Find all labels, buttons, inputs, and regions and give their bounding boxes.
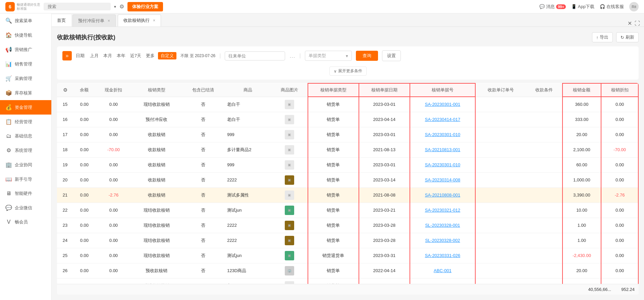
partner-input[interactable] <box>225 51 285 60</box>
row-goods: 2222 <box>224 233 271 248</box>
top-bar-right: 💬 消息 99+ 📱 App下载 🎧 在线客服 Rit <box>539 2 639 11</box>
row-receipt-order <box>475 97 526 112</box>
row-goods-img: ▣ <box>271 127 308 142</box>
online-service-item[interactable]: 🎧 在线客服 <box>600 4 624 10</box>
this-month-btn[interactable]: 本月 <box>102 52 113 59</box>
app-download-item[interactable]: 📱 App下载 <box>571 4 594 10</box>
row-goods: 衣服00001 <box>224 278 271 284</box>
row-writeoff-type: 预付冲应收 <box>131 112 181 127</box>
this-year-btn[interactable]: 本年 <box>115 52 127 59</box>
row-goods-img: ▣ <box>271 278 308 284</box>
data-table: ⚙ 余额 现金折扣 核销类型 包含已结清 商品 商品图片 核销单据类型 核销单据… <box>57 83 639 284</box>
row-bill-date: 2023-04-14 <box>359 112 410 127</box>
tab-prepay-close[interactable]: × <box>108 18 110 23</box>
sidebar-item-guide[interactable]: 📖 新手引导 <box>0 172 51 186</box>
row-bill-no[interactable]: SA-20230331-026 <box>410 248 475 263</box>
sidebar-item-label: 销售管理 <box>15 61 32 67</box>
tab-bar: 首页 预付冲应付单 × 收款核销执行 × ✕ ⛶ <box>52 13 644 27</box>
row-bill-no[interactable]: SA-20230321-012 <box>410 203 475 218</box>
sidebar-item-search[interactable]: 🔍 搜索菜单 <box>0 13 51 28</box>
row-include-settled: 否 <box>181 127 224 142</box>
filter-settings-button[interactable]: 设置 <box>382 50 401 61</box>
row-balance: 0.00 <box>73 263 95 278</box>
row-bill-no[interactable]: SA-20230301-010 <box>410 127 475 142</box>
guide-icon: 📖 <box>5 176 12 182</box>
table-container[interactable]: ⚙ 余额 现金折扣 核销类型 包含已结清 商品 商品图片 核销单据类型 核销单据… <box>57 83 639 284</box>
sidebar-item-hardware[interactable]: 🖥 智能硬件 <box>0 186 51 201</box>
sidebar-item-label: 搜索菜单 <box>15 18 32 24</box>
sidebar-item-basicinfo[interactable]: 🗂 基础信息 <box>0 129 51 143</box>
tab-home[interactable]: 首页 <box>52 14 71 27</box>
basicinfo-icon: 🗂 <box>5 133 12 139</box>
sidebar-item-operations[interactable]: 📋 经营管理 <box>0 115 51 129</box>
row-bill-no[interactable]: SA-20230314-008 <box>410 172 475 187</box>
sidebar-item-marketing[interactable]: 📢 营销推广 <box>0 42 51 57</box>
trial-button[interactable]: 体验行业方案 <box>127 2 163 11</box>
row-include-settled: 否 <box>181 142 224 157</box>
more-btn[interactable]: 更多 <box>145 52 156 59</box>
sidebar-item-finance[interactable]: 💰 资金管理 <box>0 100 51 115</box>
close-tab-btn[interactable]: ✕ <box>628 20 632 27</box>
expand-more-btn[interactable]: ∨ 展开更多条件 <box>329 67 367 76</box>
sidebar-item-purchase[interactable]: 🛒 采购管理 <box>0 71 51 86</box>
col-settings[interactable]: ⚙ <box>57 83 73 97</box>
col-receipt-order: 收款单订单号 <box>475 83 526 97</box>
last-month-btn[interactable]: 上月 <box>89 52 100 59</box>
sidebar-item-wechat[interactable]: 💬 企业微信 <box>0 201 51 215</box>
row-goods: 2222 <box>224 218 271 233</box>
row-bill-no[interactable]: SA-20210813-001 <box>410 142 475 157</box>
avatar[interactable]: Rit <box>629 2 639 11</box>
refresh-button[interactable]: ↻ 刷新 <box>616 32 639 42</box>
row-writeoff-type: 现结收款核销 <box>131 203 181 218</box>
sidebar-item-inventory[interactable]: 📦 库存核算 <box>0 86 51 100</box>
tab-writeoff-close[interactable]: × <box>153 18 155 23</box>
tab-writeoff[interactable]: 收款核销执行 × <box>118 14 161 27</box>
row-balance: 0.00 <box>73 142 95 157</box>
partner-more-dots[interactable]: … <box>289 52 295 59</box>
sidebar-item-collab[interactable]: 🏢 企业协同 <box>0 158 51 172</box>
sidebar-item-sales[interactable]: 📊 销售管理 <box>0 57 51 71</box>
fullscreen-btn[interactable]: ⛶ <box>635 20 640 27</box>
row-writeoff-amt: 360.00 <box>562 97 601 112</box>
export-button[interactable]: ↑ 导出 <box>592 32 613 42</box>
row-id: 22 <box>57 203 73 218</box>
sidebar-item-quicknav[interactable]: 🏠 快捷导航 <box>0 28 51 42</box>
sidebar-item-system[interactable]: ⚙ 系统管理 <box>0 143 51 158</box>
row-writeoff-amt: 1,000.00 <box>562 172 601 187</box>
row-bill-no[interactable]: ABC-001 <box>410 263 475 278</box>
row-bill-no[interactable]: SL-20230328-001 <box>410 218 475 233</box>
logo-icon: 6 <box>5 2 15 11</box>
sidebar-item-label: 智能硬件 <box>15 190 32 197</box>
row-bill-type: 销货单 <box>308 218 359 233</box>
row-bill-no[interactable]: SL-20230408-001 <box>410 278 475 284</box>
row-bill-no[interactable]: SA-20230301-010 <box>410 157 475 172</box>
tab-writeoff-label: 收款核销执行 <box>123 17 150 24</box>
row-writeoff-amt: 60.00 <box>562 157 601 172</box>
sidebar-item-label: 资金管理 <box>15 104 32 111</box>
row-cash-discount: 0.00 <box>96 278 132 284</box>
gear-button[interactable]: ⚙ <box>119 3 124 10</box>
row-bill-no[interactable]: SA-20230414-017 <box>410 112 475 127</box>
row-goods-img: ▣ <box>271 157 308 172</box>
marketing-icon: 📢 <box>5 46 12 53</box>
row-bill-no[interactable]: SA-20210808-001 <box>410 187 475 203</box>
row-include-settled: 否 <box>181 97 224 112</box>
custom-btn[interactable]: 自定义 <box>158 52 176 59</box>
date-options: 上月 本月 本年 近7天 更多 自定义 <box>89 52 176 59</box>
goods-image: ▣ <box>285 115 294 124</box>
search-input[interactable] <box>44 3 111 10</box>
row-receipt-cond <box>526 157 562 172</box>
filter-expand-btn[interactable]: » <box>62 51 72 60</box>
query-button[interactable]: 查询 <box>356 51 378 61</box>
row-bill-no[interactable]: SA-20230301-001 <box>410 97 475 112</box>
row-cash-discount: -70.00 <box>96 142 132 157</box>
bill-type-select[interactable]: 单据类型 ▾ <box>305 51 352 61</box>
row-bill-no[interactable]: SL-20230328-002 <box>410 233 475 248</box>
row-goods-img: ▣ <box>271 187 308 203</box>
home-icon: 🏠 <box>5 32 12 38</box>
sidebar-item-vip[interactable]: V 畅会员 <box>0 215 51 229</box>
tab-prepay[interactable]: 预付冲应付单 × <box>72 14 116 27</box>
last-7days-btn[interactable]: 近7天 <box>129 52 143 59</box>
search-dropdown-arrow[interactable]: ▾ <box>114 4 116 9</box>
message-item[interactable]: 💬 消息 99+ <box>539 4 566 10</box>
